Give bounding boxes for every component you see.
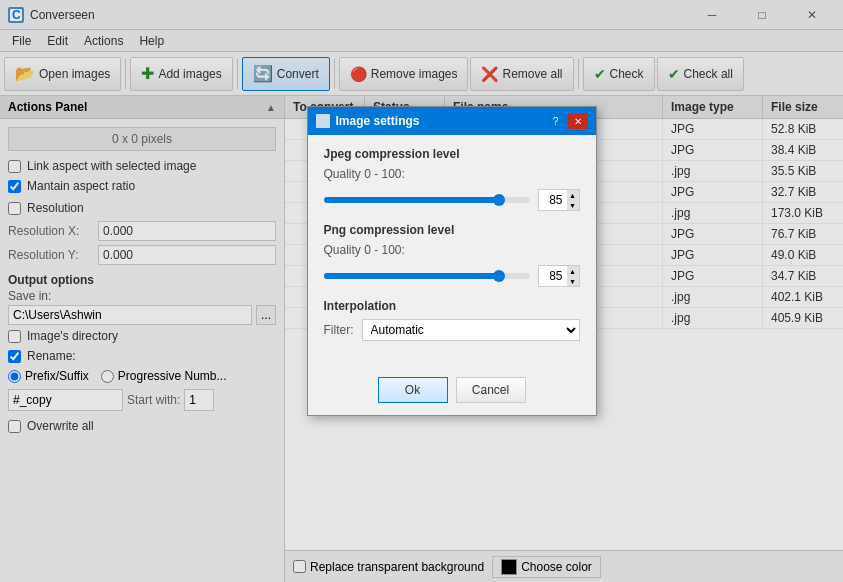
ok-button[interactable]: Ok bbox=[378, 377, 448, 403]
modal-help-button[interactable]: ? bbox=[546, 113, 566, 129]
filter-label: Filter: bbox=[324, 323, 354, 337]
jpeg-slider-track[interactable] bbox=[324, 197, 530, 203]
jpeg-spinners: ▲ ▼ bbox=[567, 190, 579, 210]
jpeg-slider-fill bbox=[324, 197, 499, 203]
modal-title-controls: ? ✕ bbox=[546, 113, 588, 129]
jpeg-slider-thumb[interactable] bbox=[493, 194, 505, 206]
jpeg-quality-label: Quality 0 - 100: bbox=[324, 167, 580, 181]
jpeg-slider-row: 85 ▲ ▼ bbox=[324, 189, 580, 211]
png-spin-up[interactable]: ▲ bbox=[567, 266, 579, 276]
png-section-title: Png compression level bbox=[324, 223, 580, 237]
jpeg-section-title: Jpeg compression level bbox=[324, 147, 580, 161]
png-slider-row: 85 ▲ ▼ bbox=[324, 265, 580, 287]
interp-section-title: Interpolation bbox=[324, 299, 580, 313]
png-value-box: 85 ▲ ▼ bbox=[538, 265, 580, 287]
jpeg-spin-down[interactable]: ▼ bbox=[567, 200, 579, 210]
filter-select[interactable]: AutomaticNoneLanczosBilinearBicubic bbox=[362, 319, 580, 341]
modal-footer: Ok Cancel bbox=[308, 369, 596, 415]
modal-title-bar: Image settings ? ✕ bbox=[308, 107, 596, 135]
png-quality-label: Quality 0 - 100: bbox=[324, 243, 580, 257]
modal-title: Image settings bbox=[336, 114, 546, 128]
modal-overlay: Image settings ? ✕ Jpeg compression leve… bbox=[0, 0, 843, 582]
png-slider-fill bbox=[324, 273, 499, 279]
png-spinners: ▲ ▼ bbox=[567, 266, 579, 286]
png-spin-down[interactable]: ▼ bbox=[567, 276, 579, 286]
cancel-button[interactable]: Cancel bbox=[456, 377, 526, 403]
modal-title-icon bbox=[316, 114, 330, 128]
interp-row: Filter: AutomaticNoneLanczosBilinearBicu… bbox=[324, 319, 580, 341]
png-slider-track[interactable] bbox=[324, 273, 530, 279]
png-slider-thumb[interactable] bbox=[493, 270, 505, 282]
modal-body: Jpeg compression level Quality 0 - 100: … bbox=[308, 135, 596, 369]
jpeg-value-box: 85 ▲ ▼ bbox=[538, 189, 580, 211]
jpeg-spin-up[interactable]: ▲ bbox=[567, 190, 579, 200]
png-value: 85 bbox=[539, 269, 567, 283]
jpeg-value: 85 bbox=[539, 193, 567, 207]
image-settings-modal: Image settings ? ✕ Jpeg compression leve… bbox=[307, 106, 597, 416]
modal-close-button[interactable]: ✕ bbox=[568, 113, 588, 129]
